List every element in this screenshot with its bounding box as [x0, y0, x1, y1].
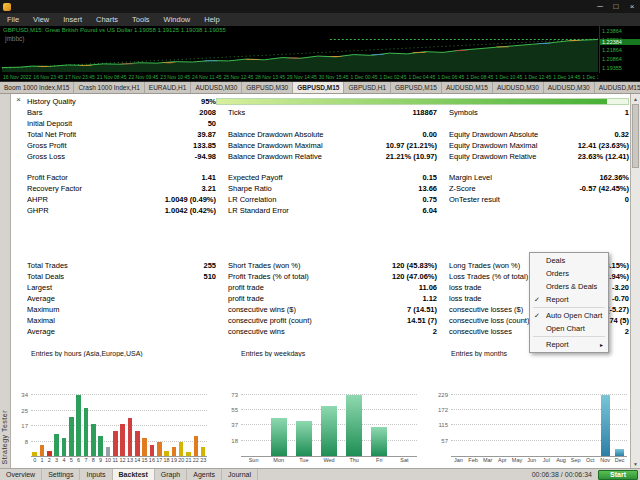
chart-tab[interactable]: GBPUSD,M15 — [391, 82, 442, 93]
report-value: 12.41 (23.63%) — [561, 141, 629, 150]
scrollbar-down-arrow[interactable]: ▼ — [633, 459, 638, 468]
hist-xtick-label: Tue — [291, 457, 316, 465]
report-value: 133.85 — [124, 141, 216, 150]
start-button[interactable]: Start — [598, 470, 638, 480]
chart-tab[interactable]: Crash 1000 Index,H1 — [74, 82, 144, 93]
report-row: Gross Loss-94.98Balance Drawdown Relativ… — [13, 151, 629, 162]
bottom-tab-settings[interactable]: Settings — [42, 469, 80, 480]
context-menu-item-report[interactable]: ✓Report — [531, 293, 607, 306]
chart-tab[interactable]: AUDUSD,M30 — [544, 82, 595, 93]
report-label: History Quality — [27, 97, 124, 106]
report-value: 1.0049 (0.49%) — [124, 195, 216, 204]
hist-bar — [271, 418, 287, 456]
hist-plot: 57115172229 — [451, 395, 627, 457]
report-value: 0 — [561, 195, 629, 204]
context-menu-item-orders-deals[interactable]: Orders & Deals — [531, 280, 607, 293]
hist-xtick-label: Jul — [539, 457, 554, 465]
context-menu-item-label: Deals — [546, 256, 565, 265]
scrollbar-up-arrow[interactable]: ▲ — [633, 94, 638, 103]
menu-item-insert[interactable]: Insert — [56, 13, 89, 26]
hist-bar — [120, 424, 125, 456]
report-value: 1.41 — [124, 173, 216, 182]
report-value: 10.97 (21.21%) — [353, 141, 437, 150]
scrollbar-thumb[interactable] — [632, 104, 639, 168]
hist-xtick-label: Mar — [480, 457, 495, 465]
price-axis-label: 1.23864 — [602, 28, 638, 34]
window-minimize-button[interactable]: ─ — [592, 0, 608, 13]
hist-bar — [172, 447, 177, 456]
context-menu-item-orders[interactable]: Orders — [531, 267, 607, 280]
report-label: Total Trades — [27, 261, 124, 270]
trade-marker — [120, 63, 134, 64]
strategy-tester-vertical-tab[interactable]: Strategy Tester — [1, 410, 8, 464]
chart-tab[interactable]: AUDUSD,M30 — [493, 82, 544, 93]
hist-xtick-label: May — [510, 457, 525, 465]
time-axis-label: 1 Dec 06:45 — [436, 74, 465, 80]
report-value: 120 (45.83%) — [353, 261, 437, 270]
chart-tab[interactable]: AUDUSD,M15 — [595, 82, 640, 93]
bottom-tab-inputs[interactable]: Inputs — [80, 469, 112, 480]
bottom-tab-agents[interactable]: Agents — [187, 469, 222, 480]
hist-xtick-label: 20 — [178, 457, 185, 465]
report-label: Equity Drawdown Absolute — [449, 130, 561, 139]
menu-item-help[interactable]: Help — [197, 13, 226, 26]
hist-xtick-label: Jun — [524, 457, 539, 465]
report-label: Sharpe Ratio — [228, 184, 353, 193]
elapsed-time: 00:06:38 / 00:06:34 — [532, 471, 592, 478]
report-label: Equity Drawdown Maximal — [449, 141, 561, 150]
report-row: Recovery Factor3.21Sharpe Ratio13.66Z-Sc… — [13, 183, 629, 194]
hist-bar — [40, 445, 45, 456]
price-axis-label: 1.19355 — [602, 65, 638, 71]
hist-ytick-label: 18 — [223, 438, 238, 444]
chart-tab[interactable]: GBPUSD,M30 — [242, 82, 293, 93]
report-label: LR Correlation — [228, 195, 353, 204]
trade-marker — [495, 46, 509, 47]
bottom-tab-backtest[interactable]: Backtest — [113, 469, 155, 480]
window-maximize-button[interactable]: □ — [608, 0, 624, 13]
chart-tab[interactable]: GBPUSD,M15 — [293, 82, 344, 93]
hist-xtick-label: Sat — [392, 457, 417, 465]
chart-tab-bar: Boom 1000 Index,M15Crash 1000 Index,H1EU… — [0, 82, 640, 94]
bottom-tab-journal[interactable]: Journal — [222, 469, 258, 480]
bottom-tab-graph[interactable]: Graph — [155, 469, 187, 480]
price-axis-label: 1.20864 — [602, 56, 638, 62]
window-close-button[interactable]: × — [624, 0, 640, 13]
context-menu-item-report[interactable]: Report▸ — [531, 338, 607, 351]
report-value: 0.00 — [353, 130, 437, 139]
hist-xtick-label: Sep — [568, 457, 583, 465]
report-label: OnTester result — [449, 195, 561, 204]
report-row: Initial Deposit50 — [13, 118, 629, 129]
hist-bar — [194, 436, 199, 456]
report-label: Recovery Factor — [27, 184, 124, 193]
hist-bar — [179, 442, 184, 456]
hist-xtick-label: 16 — [148, 457, 155, 465]
context-menu-item-auto-open-chart[interactable]: ✓Auto Open Chart — [531, 309, 607, 322]
hist-xtick-label: 1 — [38, 457, 45, 465]
menu-item-tools[interactable]: Tools — [125, 13, 157, 26]
time-axis-label: 1 Dec 12:45 — [523, 74, 552, 80]
hist-xtick-label: 7 — [82, 457, 89, 465]
report-scrollbar[interactable]: ▲ ▼ — [630, 94, 640, 468]
chart-tab[interactable]: EURAUD,H1 — [145, 82, 192, 93]
tester-side-strip: Strategy Tester — [0, 94, 11, 468]
price-chart-panel: GBPUSD,M15: Great British Pound vs US Do… — [0, 26, 640, 82]
hist-xtick-label: Oct — [583, 457, 598, 465]
report-label: Equity Drawdown Relative — [449, 152, 561, 161]
menu-item-window[interactable]: Window — [157, 13, 198, 26]
chart-tab[interactable]: GBPUSD,H1 — [344, 82, 391, 93]
menu-item-view[interactable]: View — [26, 13, 56, 26]
hist-xtick-label: 23 — [200, 457, 207, 465]
hist-ytick-label: 73 — [223, 392, 238, 398]
report-value: 1 — [561, 108, 629, 117]
chart-tab[interactable]: Boom 1000 Index,M15 — [0, 82, 74, 93]
menu-item-file[interactable]: File — [0, 13, 26, 26]
report-value: 0.32 — [561, 130, 629, 139]
context-menu-item-open-chart[interactable]: Open Chart — [531, 322, 607, 335]
bottom-tab-overview[interactable]: Overview — [0, 469, 42, 480]
menu-item-charts[interactable]: Charts — [89, 13, 125, 26]
context-menu-item-deals[interactable]: Deals — [531, 254, 607, 267]
chart-tab[interactable]: AUDUSD,M15 — [442, 82, 493, 93]
report-label: Balance Drawdown Absolute — [228, 130, 353, 139]
hist-ytick-label: 229 — [433, 392, 448, 398]
chart-tab[interactable]: AUDUSD,M30 — [191, 82, 242, 93]
